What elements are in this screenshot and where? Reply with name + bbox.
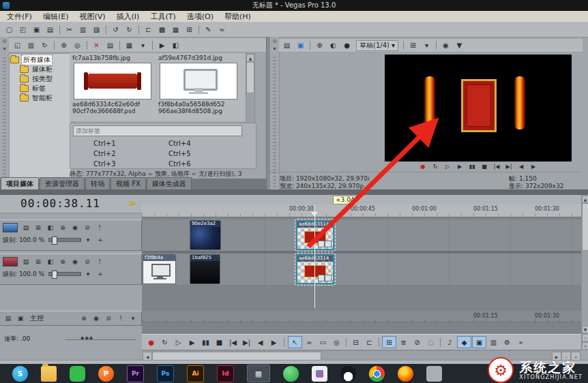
orange-app-icon[interactable]: P (98, 366, 114, 382)
separator[interactable] (152, 41, 153, 50)
selection-edit-tool[interactable]: ▭ (317, 337, 329, 348)
import-media-icon[interactable]: ◱ (11, 40, 24, 50)
plugin-icon[interactable]: ⚙ (501, 337, 514, 348)
file-explorer-icon[interactable] (41, 366, 57, 382)
scroll-thumb[interactable] (246, 62, 254, 93)
tree-item[interactable]: 按类型 (10, 74, 70, 84)
playhead-line[interactable] (314, 204, 315, 308)
next-frame-button[interactable]: ▶ (528, 162, 539, 171)
tree-item[interactable]: 标签 (10, 84, 70, 93)
menu-item[interactable]: 帮助(H) (219, 11, 256, 22)
split-icon[interactable]: ⊟ (349, 337, 362, 348)
ignore-grouping-toggle[interactable]: ◌ (424, 337, 437, 348)
master-bus-icon[interactable]: ▣ (15, 313, 26, 323)
normal-edit-tool[interactable]: ↖ (288, 336, 302, 348)
undo-icon[interactable]: ↺ (109, 24, 122, 35)
expand-track-icon[interactable]: ⊞ (33, 223, 44, 232)
track-color-chip[interactable] (3, 223, 18, 232)
marker-icon[interactable]: ◆ (457, 336, 471, 348)
record-button[interactable]: ● (145, 337, 158, 348)
separator[interactable] (379, 338, 379, 347)
menu-item[interactable]: 文件(F) (1, 11, 38, 22)
copy-snapshot-icon[interactable]: ◉ (439, 40, 452, 51)
timeline-vscrollbar[interactable]: ▲ ▼ − + (581, 195, 588, 350)
paste-icon[interactable]: ▨ (90, 24, 103, 35)
compositing-mode-icon[interactable]: ◧ (45, 223, 56, 232)
media-dock-grip[interactable]: ⊙ ▾ (0, 37, 10, 191)
lock-envelopes-toggle[interactable]: ⊘ (411, 337, 424, 348)
timeline-clip[interactable]: f3f8b4a (143, 254, 176, 284)
mixer-icon[interactable]: ▩ (156, 24, 168, 35)
more-tools-icon[interactable]: » (514, 337, 527, 348)
scroll-up-icon[interactable]: ▲ (582, 196, 588, 203)
separator[interactable] (138, 25, 139, 34)
preview-dock-grip[interactable]: ⊙ ▾ (270, 37, 280, 194)
video-output-fx-icon[interactable]: ⊕ (313, 40, 326, 51)
tag-search-input[interactable] (73, 125, 242, 136)
insert-fx-icon[interactable]: ⊕ (78, 313, 89, 323)
main-splitter[interactable] (0, 189, 588, 195)
stop-button[interactable]: ■ (479, 162, 490, 171)
loop-playback-button[interactable]: ↻ (430, 162, 441, 171)
dock-tab[interactable]: 媒体生成器 (147, 177, 192, 189)
white-app-icon[interactable] (312, 366, 327, 382)
stop-button[interactable]: ■ (213, 337, 226, 348)
track-level-slider[interactable] (48, 238, 81, 242)
preview-quality-icon[interactable]: ▤ (280, 40, 293, 51)
play-from-start-button[interactable]: ▷ (442, 162, 453, 171)
play-button[interactable]: ▶ (454, 162, 465, 171)
dock-tab[interactable]: 资源管理器 (40, 177, 85, 189)
automation-settings-icon[interactable]: ◉ (70, 257, 80, 266)
dock-pin-icon[interactable]: ⊙ (272, 38, 277, 44)
pause-button[interactable]: ▮▮ (467, 162, 477, 171)
views-dropdown-icon[interactable]: ▾ (136, 40, 149, 50)
collapse-icon[interactable]: ▾ (128, 313, 138, 323)
time-ruler[interactable]: 00:00:3000:00:4500:01:0000:01:1500:01:30 (142, 204, 581, 217)
minimize-track-icon[interactable]: ▤ (20, 257, 31, 266)
trimmer-icon[interactable]: ⊏ (142, 24, 155, 35)
separator[interactable] (440, 338, 441, 347)
overlays-grid-icon[interactable]: ⊞ (407, 40, 420, 51)
timeline-clip-selected[interactable]: ae68d63314 (296, 220, 334, 250)
scroll-down-icon[interactable]: ▼ (582, 326, 588, 333)
zoom-out-icon[interactable]: − (582, 334, 588, 341)
dock-tab[interactable]: 项目媒体 (1, 177, 39, 189)
menu-item[interactable]: 视图(V) (74, 11, 111, 22)
solo-icon[interactable]: ! (94, 257, 105, 266)
separator[interactable] (436, 41, 437, 50)
video-preview-icon[interactable]: ▦ (169, 24, 182, 35)
play-button[interactable]: ▶ (186, 337, 199, 348)
insert-envelope-icon[interactable]: + (95, 269, 106, 279)
mute-icon[interactable]: ⊘ (82, 257, 93, 266)
audio-bus-icon[interactable]: ▥ (487, 337, 500, 348)
copy-icon[interactable]: ▥ (76, 24, 89, 35)
save-project-icon[interactable]: ▣ (30, 24, 43, 35)
tree-item[interactable]: 媒体柜 (10, 65, 70, 74)
media-thumbnail-monitor[interactable] (160, 63, 237, 99)
event-pan-crop-icon[interactable] (325, 275, 332, 281)
views-icon[interactable]: ▦ (123, 40, 136, 50)
photoshop-icon[interactable]: Ps (157, 365, 174, 382)
minimize-track-icon[interactable]: ▤ (20, 223, 31, 232)
split-screen-icon[interactable]: ◐ (327, 40, 340, 51)
separator[interactable] (106, 25, 106, 34)
slider-handle[interactable] (52, 271, 57, 279)
separator[interactable] (54, 41, 55, 50)
solo-master-icon[interactable]: ! (115, 313, 126, 323)
skype-icon[interactable]: S (12, 366, 28, 382)
marker-bar[interactable]: +3.04 (142, 195, 581, 205)
title-bar[interactable]: 无标题 * - Vegas Pro 13.0 (0, 0, 588, 11)
preview-quality-selector[interactable]: 草稿(1/4) ▾ (356, 40, 398, 51)
mute-icon[interactable]: ⊘ (82, 223, 93, 232)
play-from-start-button[interactable]: ▷ (172, 337, 185, 348)
expand-track-icon[interactable]: ⊞ (33, 257, 44, 266)
qq-icon[interactable] (340, 366, 356, 382)
fade-type-icon[interactable]: ▾ (83, 269, 93, 279)
refresh-icon[interactable]: ↻ (38, 40, 51, 50)
insert-envelope-icon[interactable]: + (95, 235, 106, 245)
slider-handle[interactable] (52, 236, 57, 245)
prev-frame-button[interactable]: ◀ (516, 162, 527, 171)
premiere-icon[interactable]: Pr (127, 365, 144, 382)
add-bin-icon[interactable]: ⊕ (57, 40, 70, 50)
separator[interactable] (403, 41, 404, 50)
